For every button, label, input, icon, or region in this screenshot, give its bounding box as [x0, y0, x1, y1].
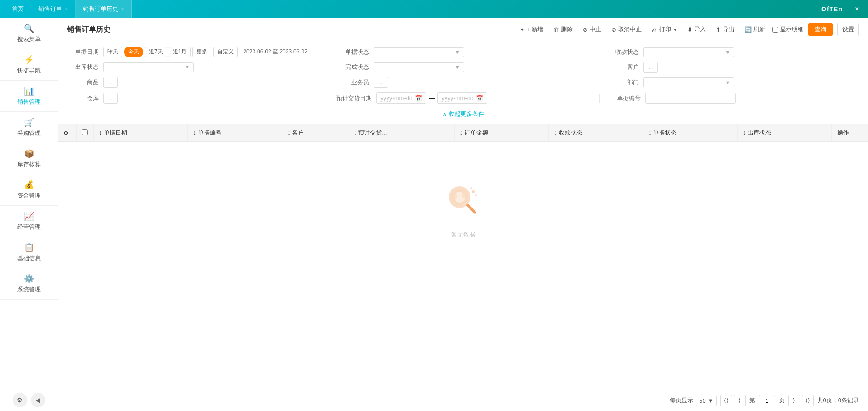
- tab-home-label: 首页: [12, 5, 24, 13]
- stop-button[interactable]: ⊘ 中止: [580, 24, 604, 35]
- th-order-no[interactable]: ↕ 单据编号: [187, 124, 282, 142]
- order-no-input[interactable]: [645, 93, 736, 104]
- divider-5: [328, 78, 328, 87]
- first-page-btn[interactable]: ⟨⟨: [720, 395, 732, 406]
- sidebar-item-finance-mgmt[interactable]: 💰 资金管理: [0, 174, 58, 206]
- per-page-select[interactable]: 50 ▼: [696, 396, 716, 406]
- complete-status-select[interactable]: ▼: [374, 62, 464, 72]
- date-btn-custom[interactable]: 自定义: [213, 47, 238, 57]
- print-label: 打印: [659, 25, 671, 34]
- salesperson-select-btn[interactable]: ...: [374, 77, 388, 88]
- customer-label: 客户: [607, 63, 643, 71]
- expected-date-label: 预计交货日期: [336, 94, 376, 102]
- date-btn-today[interactable]: 今天: [124, 47, 143, 57]
- per-page-label: 每页显示: [670, 396, 693, 405]
- collapse-label: 收起更多条件: [449, 110, 484, 118]
- basic-info-icon: 📋: [24, 242, 34, 252]
- th-order-status[interactable]: ↕ 单据状态: [643, 124, 737, 142]
- import-button[interactable]: ⬇ 导入: [685, 24, 709, 35]
- date-btn-more[interactable]: 更多: [192, 47, 211, 57]
- th-payment-status[interactable]: ↕ 收款状态: [548, 124, 643, 142]
- product-select-btn[interactable]: ...: [103, 77, 118, 88]
- sidebar-item-purchase-mgmt[interactable]: 🛒 采购管理: [0, 112, 58, 143]
- prev-page-btn[interactable]: ⟨: [734, 395, 746, 406]
- sidebar-item-inventory-check[interactable]: 📦 库存核算: [0, 143, 58, 174]
- next-page-btn[interactable]: ⟩: [788, 395, 800, 406]
- tab-bar: 首页 销售订单 × 销售订单历史 ×: [5, 0, 821, 18]
- show-detail-label: 显示明细: [780, 25, 804, 34]
- date-btn-yesterday[interactable]: 昨天: [103, 47, 122, 57]
- tab-sales-order-close[interactable]: ×: [65, 6, 68, 12]
- finance-mgmt-icon: 💰: [24, 180, 34, 190]
- th-expected-date[interactable]: ↕ 预计交货...: [348, 124, 454, 142]
- th-date[interactable]: ↕ 单据日期: [93, 124, 187, 142]
- system-mgmt-icon: ⚙️: [24, 274, 34, 284]
- query-label: 查询: [815, 25, 826, 34]
- export-button[interactable]: ⬆ 导出: [713, 24, 737, 35]
- page-number-input[interactable]: [759, 395, 775, 406]
- settings-button[interactable]: 设置: [837, 23, 859, 36]
- order-status-select[interactable]: ▼: [374, 47, 464, 57]
- divider-7: [326, 94, 326, 103]
- th-settings[interactable]: ⚙: [58, 124, 76, 142]
- sidebar-item-purchase-mgmt-label: 采购管理: [17, 129, 41, 137]
- collapse-icon: ∧: [442, 111, 447, 118]
- show-detail-checkbox[interactable]: [772, 27, 778, 33]
- refresh-button[interactable]: 🔄 刷新: [742, 24, 768, 35]
- warehouse-select-btn[interactable]: ...: [103, 93, 118, 104]
- page-label-prefix: 第: [749, 396, 755, 405]
- outbound-status-label: 出库状态: [67, 63, 103, 71]
- collapse-btn[interactable]: ∧ 收起更多条件: [67, 108, 859, 118]
- search-menu-icon: 🔍: [24, 24, 34, 34]
- customer-select-btn[interactable]: ...: [643, 62, 658, 73]
- query-button[interactable]: 查询: [808, 23, 833, 36]
- sidebar-item-quick-nav[interactable]: ⚡ 快捷导航: [0, 49, 58, 81]
- th-customer[interactable]: ↕ 客户: [282, 124, 348, 142]
- quick-nav-icon: ⚡: [24, 55, 34, 65]
- department-select[interactable]: ▼: [643, 77, 734, 87]
- last-page-btn[interactable]: ⟩⟩: [802, 395, 814, 406]
- sidebar-item-system-mgmt[interactable]: ⚙️ 系统管理: [0, 268, 58, 300]
- page-header: 销售订单历史 + + 新增 🗑 删除 ⊘ 中止 ⊘ 取消中止: [58, 18, 868, 41]
- table-header-row: ⚙ ↕ 单据日期 ↕ 单据编号 ↕ 客户: [58, 124, 868, 142]
- payment-status-select[interactable]: ▼: [643, 47, 734, 57]
- outbound-status-select[interactable]: ▼: [103, 62, 194, 72]
- sidebar-item-basic-info[interactable]: 📋 基础信息: [0, 237, 58, 268]
- order-status-control: ▼: [374, 47, 589, 57]
- select-all-checkbox[interactable]: [82, 129, 88, 135]
- sidebar-item-search-menu[interactable]: 🔍 搜索菜单: [0, 18, 58, 49]
- th-outbound-status[interactable]: ↕ 出库状态: [737, 124, 831, 142]
- date-from-placeholder: yyyy-mm-dd: [380, 95, 412, 102]
- expected-date-to[interactable]: yyyy-mm-dd 📅: [437, 92, 487, 104]
- export-label: 导出: [723, 25, 734, 34]
- new-button[interactable]: + + 新增: [518, 24, 546, 35]
- tab-sales-order[interactable]: 销售订单 ×: [31, 0, 76, 18]
- tab-sales-order-history[interactable]: 销售订单历史 ×: [76, 0, 132, 18]
- date-range-text: 2023-06-02 至 2023-06-02: [243, 48, 307, 56]
- sidebar-item-sales-mgmt[interactable]: 📊 销售管理: [0, 81, 58, 112]
- date-to-placeholder: yyyy-mm-dd: [441, 95, 474, 102]
- tab-sales-order-history-close[interactable]: ×: [121, 6, 124, 12]
- department-label: 部门: [607, 78, 643, 87]
- payment-status-control: ▼: [643, 47, 859, 57]
- pagination-bar: 每页显示 50 ▼ ⟨⟨ ⟨ 第 页 ⟩ ⟩⟩ 共0页，0条记录: [58, 390, 868, 411]
- customer-control: ...: [643, 62, 859, 73]
- filter-row-3: 商品 ... 业务员 ... 部门 ▼: [67, 77, 859, 88]
- print-button[interactable]: 🖨 打印 ▼: [649, 24, 680, 35]
- date-btn-last7[interactable]: 近7天: [145, 47, 167, 57]
- th-amount[interactable]: ↕ 订单金额: [454, 124, 548, 142]
- sidebar-item-operation-mgmt[interactable]: 📈 经营管理: [0, 206, 58, 237]
- settings-label: 设置: [842, 25, 854, 34]
- filter-row-4: 仓库 ... 预计交货日期 yyyy-mm-dd 📅 — yyyy-mm-dd: [67, 92, 859, 104]
- cancel-stop-button[interactable]: ⊘ 取消中止: [609, 24, 644, 35]
- window-close-button[interactable]: ×: [851, 3, 863, 15]
- cancel-stop-icon: ⊘: [611, 26, 616, 33]
- tab-home[interactable]: 首页: [5, 0, 31, 18]
- svg-point-4: [472, 190, 475, 193]
- sidebar-settings-btn[interactable]: ⚙: [13, 393, 27, 407]
- expected-date-from[interactable]: yyyy-mm-dd 📅: [376, 92, 426, 104]
- delete-button[interactable]: 🗑 删除: [551, 24, 575, 35]
- date-btn-last30[interactable]: 近1月: [169, 47, 191, 57]
- content-area: 销售订单历史 + + 新增 🗑 删除 ⊘ 中止 ⊘ 取消中止: [58, 18, 868, 411]
- sidebar-collapse-btn[interactable]: ◀: [31, 393, 45, 407]
